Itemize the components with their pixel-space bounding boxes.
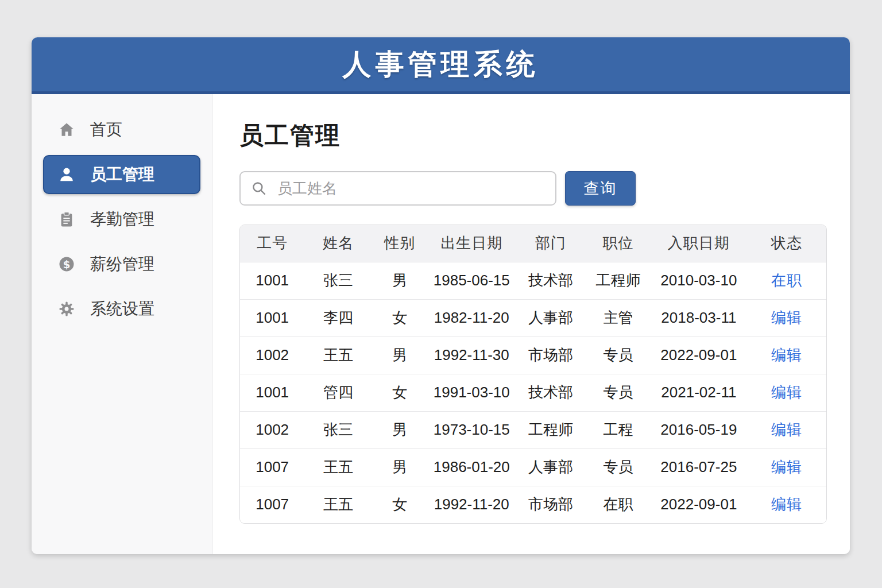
cell-hire-date: 2021-02-11: [651, 374, 747, 411]
edit-link[interactable]: 编辑: [747, 299, 826, 336]
cell-gender: 男: [372, 336, 428, 374]
app-title: 人事管理系统: [343, 45, 539, 84]
sidebar-item-label: 孝勤管理: [90, 208, 154, 230]
table-row: 1002王五男1992-11-30市场部专员2022-09-01编辑: [240, 336, 826, 374]
cell-hire-date: 2010-03-10: [651, 262, 747, 299]
cell-hire-date: 2016-07-25: [651, 448, 747, 486]
cell-name: 李四: [304, 299, 372, 336]
cell-department: 工程师: [516, 411, 586, 448]
sidebar-nav: 首页员工管理孝勤管理$薪纷管理系统设置: [32, 110, 212, 328]
cell-gender: 女: [372, 486, 428, 523]
cell-position: 在职: [586, 486, 650, 523]
sidebar-item-clipboard[interactable]: 孝勤管理: [43, 200, 200, 239]
cell-position: 工程: [586, 411, 650, 448]
cell-hire-date: 2022-09-01: [651, 486, 747, 523]
column-header-status: 状态: [747, 225, 826, 262]
cell-birth-date: 1992-11-20: [428, 486, 516, 523]
cell-name: 管四: [304, 374, 372, 411]
cell-emp-id: 1007: [240, 486, 304, 523]
sidebar-item-user[interactable]: 员工管理: [43, 155, 200, 194]
employee-table-grid: 工号姓名性别出生日期部门职位入职日期状态 1001张三男1985-06-15技术…: [240, 225, 826, 523]
cell-emp-id: 1007: [240, 448, 304, 486]
cell-position: 专员: [586, 448, 650, 486]
employee-table: 工号姓名性别出生日期部门职位入职日期状态 1001张三男1985-06-15技术…: [239, 225, 827, 524]
table-row: 1007王五男1986-01-20人事部专员2016-07-25编辑: [240, 448, 826, 486]
table-row: 1002张三男1973-10-15工程师工程2016-05-19编辑: [240, 411, 826, 448]
search-icon: [251, 180, 267, 196]
cell-gender: 男: [372, 411, 428, 448]
cell-emp-id: 1002: [240, 336, 304, 374]
table-row: 1001张三男1985-06-15技术部工程师2010-03-10在职: [240, 262, 826, 299]
cell-department: 人事部: [516, 448, 586, 486]
table-body: 1001张三男1985-06-15技术部工程师2010-03-10在职1001李…: [240, 262, 826, 523]
sidebar-item-label: 薪纷管理: [90, 253, 154, 275]
dollar-icon: $: [58, 256, 75, 273]
edit-link[interactable]: 编辑: [747, 336, 826, 374]
table-header-row: 工号姓名性别出生日期部门职位入职日期状态: [240, 225, 826, 262]
cell-name: 王五: [304, 448, 372, 486]
cell-department: 技术部: [516, 374, 586, 411]
column-header-emp-id: 工号: [240, 225, 304, 262]
status-text: 在职: [747, 262, 826, 299]
column-header-gender: 性别: [372, 225, 428, 262]
app-window: 人事管理系统 首页员工管理孝勤管理$薪纷管理系统设置 员工管理 查询: [32, 37, 850, 554]
edit-link[interactable]: 编辑: [747, 486, 826, 523]
cell-hire-date: 2016-05-19: [651, 411, 747, 448]
cell-emp-id: 1001: [240, 374, 304, 411]
cell-name: 王五: [304, 486, 372, 523]
cell-birth-date: 1991-03-10: [428, 374, 516, 411]
edit-link[interactable]: 编辑: [747, 374, 826, 411]
svg-text:$: $: [63, 258, 71, 270]
cell-name: 张三: [304, 262, 372, 299]
cell-emp-id: 1001: [240, 299, 304, 336]
cell-gender: 女: [372, 299, 428, 336]
column-header-department: 部门: [516, 225, 586, 262]
cell-name: 王五: [304, 336, 372, 374]
cell-gender: 男: [372, 448, 428, 486]
cell-birth-date: 1985-06-15: [428, 262, 516, 299]
cell-emp-id: 1002: [240, 411, 304, 448]
sidebar-item-dollar[interactable]: $薪纷管理: [43, 245, 200, 284]
app-header: 人事管理系统: [32, 37, 850, 94]
cell-birth-date: 1973-10-15: [428, 411, 516, 448]
cell-name: 张三: [304, 411, 372, 448]
cell-department: 市场部: [516, 336, 586, 374]
search-box: [239, 171, 556, 206]
cell-hire-date: 2018-03-11: [651, 299, 747, 336]
cell-hire-date: 2022-09-01: [651, 336, 747, 374]
cell-gender: 女: [372, 374, 428, 411]
cell-emp-id: 1001: [240, 262, 304, 299]
user-icon: [58, 166, 75, 183]
search-input[interactable]: [239, 171, 556, 206]
query-button[interactable]: 查询: [565, 171, 636, 206]
sidebar-item-gear[interactable]: 系统设置: [43, 289, 200, 328]
edit-link[interactable]: 编辑: [747, 448, 826, 486]
edit-link[interactable]: 编辑: [747, 411, 826, 448]
main-content: 员工管理 查询: [212, 94, 850, 554]
search-row: 查询: [239, 171, 827, 206]
sidebar-item-label: 首页: [90, 119, 122, 141]
cell-birth-date: 1982-11-20: [428, 299, 516, 336]
clipboard-icon: [58, 211, 75, 228]
cell-birth-date: 1986-01-20: [428, 448, 516, 486]
cell-department: 人事部: [516, 299, 586, 336]
column-header-hire-date: 入职日期: [651, 225, 747, 262]
column-header-name: 姓名: [304, 225, 372, 262]
table-row: 1007王五女1992-11-20市场部在职2022-09-01编辑: [240, 486, 826, 523]
app-body: 首页员工管理孝勤管理$薪纷管理系统设置 员工管理 查询: [32, 94, 850, 554]
column-header-birth-date: 出生日期: [428, 225, 516, 262]
gear-icon: [58, 300, 75, 318]
cell-birth-date: 1992-11-30: [428, 336, 516, 374]
sidebar: 首页员工管理孝勤管理$薪纷管理系统设置: [32, 94, 212, 554]
sidebar-item-label: 系统设置: [90, 298, 154, 320]
cell-position: 主管: [586, 299, 650, 336]
cell-gender: 男: [372, 262, 428, 299]
sidebar-item-label: 员工管理: [90, 164, 154, 185]
page-title: 员工管理: [239, 119, 827, 152]
column-header-position: 职位: [586, 225, 650, 262]
cell-position: 工程师: [586, 262, 650, 299]
cell-department: 技术部: [516, 262, 586, 299]
sidebar-item-home[interactable]: 首页: [43, 110, 200, 149]
cell-department: 市场部: [516, 486, 586, 523]
cell-position: 专员: [586, 374, 650, 411]
